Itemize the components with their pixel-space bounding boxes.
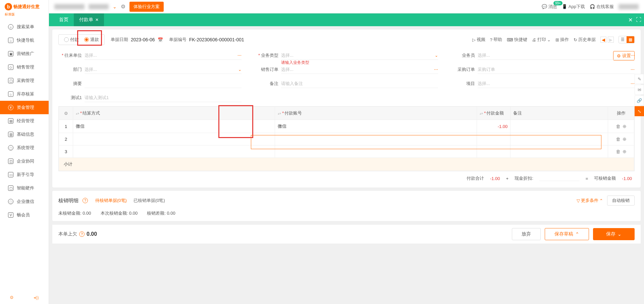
- more-conditions-link[interactable]: ▽更多条件⌃: [577, 198, 603, 204]
- prev-record-icon[interactable]: ◀: [600, 37, 606, 43]
- table-row[interactable]: 1 微信 微信 -1.00 🗑⊕: [59, 120, 634, 133]
- nav-inventory[interactable]: ⌂库存核算: [0, 87, 49, 101]
- history-link[interactable]: ↻历史单据: [574, 37, 596, 43]
- view-card-icon[interactable]: ▦: [627, 36, 634, 43]
- experience-button[interactable]: 体验行业方案: [129, 2, 164, 12]
- download-link[interactable]: 📱 App下载: [562, 4, 585, 10]
- biztype-field[interactable]: 选择...⌄请输入业务类型: [281, 51, 438, 60]
- messages-link[interactable]: 💬 消息 99+: [542, 4, 557, 10]
- sound-icon[interactable]: ◂)): [34, 295, 39, 300]
- cell-amount[interactable]: -1.00: [477, 120, 511, 133]
- nav-base[interactable]: ▥基础信息: [0, 128, 49, 141]
- tab-close-icon[interactable]: ✕: [95, 17, 99, 22]
- add-row-icon[interactable]: ⊕: [623, 124, 627, 129]
- save-draft-button[interactable]: 保存草稿⌃: [545, 228, 589, 240]
- table-row[interactable]: 3 🗑⊕: [59, 145, 634, 158]
- chevron-down-icon: ⌄: [547, 37, 551, 42]
- video-link[interactable]: ▷视频: [472, 37, 485, 43]
- partner-field[interactable]: 选择...⋯: [85, 51, 241, 60]
- bill-no-value: FK-20230606-000001-001: [189, 37, 244, 42]
- side-tool-link[interactable]: 🔗: [635, 95, 644, 105]
- nav-system[interactable]: ◌系统管理: [0, 141, 49, 155]
- tab-home[interactable]: 首页: [54, 13, 74, 26]
- operate-link[interactable]: ⊞操作: [555, 37, 569, 43]
- topbar-settings-icon[interactable]: ⚙: [121, 3, 125, 10]
- side-tool-mail[interactable]: ✉: [635, 85, 644, 95]
- warehouse-icon: ⌂: [8, 91, 13, 97]
- headset-icon: 🎧: [590, 4, 595, 9]
- sort-icon[interactable]: ▴▾: [278, 113, 281, 114]
- discard-button[interactable]: 放弃: [512, 228, 541, 240]
- info-icon[interactable]: ?: [79, 231, 85, 237]
- save-button[interactable]: 保存⌄: [593, 228, 635, 240]
- summary-field[interactable]: [85, 79, 241, 88]
- delete-row-icon[interactable]: 🗑: [616, 136, 621, 142]
- nav-wechat[interactable]: ◌企业微信: [0, 195, 49, 208]
- remark-field[interactable]: 请输入备注: [281, 79, 438, 88]
- logo: b 畅捷通好生意 标准版: [0, 0, 49, 13]
- staff-field[interactable]: 选择...⋯: [478, 51, 635, 60]
- print-link[interactable]: 🖨打印⌄: [532, 37, 551, 43]
- auto-verify-button[interactable]: 自动核销: [607, 196, 635, 206]
- test1-field[interactable]: 请输入测试1: [85, 93, 241, 102]
- chart-icon: ▤: [8, 118, 13, 124]
- dept-field[interactable]: 选择...⌄: [85, 65, 241, 74]
- form-grid: ⚙设置 *往来单位选择...⋯ *业务类型选择...⌄请输入业务类型 业务员选择…: [58, 51, 635, 102]
- add-row-icon[interactable]: ⊕: [623, 136, 627, 142]
- company-name-blurred: [54, 4, 85, 9]
- view-list-icon[interactable]: ☰: [619, 36, 627, 43]
- nav-marketing[interactable]: ▣营销推广: [0, 47, 49, 60]
- chat-icon: 💬: [542, 4, 547, 9]
- discount-input[interactable]: [539, 176, 580, 181]
- tab-done[interactable]: 已核销单据(0笔): [133, 198, 165, 204]
- fullscreen-icon[interactable]: ⛶: [636, 17, 641, 23]
- dots-icon: ⋯: [631, 81, 635, 86]
- nav-member[interactable]: V畅会员: [0, 208, 49, 222]
- cell-account[interactable]: 微信: [275, 120, 477, 133]
- radio-pay[interactable]: 付款: [61, 36, 82, 43]
- nav-sales[interactable]: ◇销售管理: [0, 60, 49, 74]
- search-icon: ⌕: [8, 24, 13, 30]
- calendar-icon[interactable]: 📅: [158, 37, 163, 42]
- next-record-icon[interactable]: ▶: [608, 37, 614, 43]
- nav-guide[interactable]: ▭新手引导: [0, 168, 49, 181]
- tab-payment[interactable]: 付款单 ✕: [74, 13, 104, 26]
- info-icon[interactable]: ?: [83, 198, 88, 203]
- home-icon: ⌂: [8, 38, 13, 43]
- nav-purchase[interactable]: ▢采购管理: [0, 74, 49, 87]
- table-row[interactable]: 2 🗑⊕: [59, 133, 634, 145]
- print-icon: 🖨: [532, 37, 536, 42]
- side-tool-expand[interactable]: ⤡: [635, 106, 644, 116]
- add-row-icon[interactable]: ⊕: [623, 149, 627, 154]
- support-link[interactable]: 🎧 在线客服: [590, 4, 614, 10]
- totals-row: 付款合计 -1.00 + 现金折扣: = 可核销金额 -1.00: [58, 171, 635, 183]
- tab-close-all-icon[interactable]: ✕: [628, 17, 633, 23]
- nav-hardware[interactable]: ▢智能硬件: [0, 181, 49, 195]
- bill-date-value[interactable]: 2023-06-06: [131, 37, 155, 42]
- nav-funds[interactable]: ¥资金管理: [0, 101, 49, 114]
- tab-pending[interactable]: 待核销单据(0笔): [95, 198, 127, 204]
- funds-icon: ¥: [8, 105, 13, 110]
- radio-refund[interactable]: 退款: [82, 36, 102, 43]
- settings-icon[interactable]: ⚙: [10, 295, 14, 300]
- sort-icon[interactable]: ▴▾: [76, 113, 79, 114]
- nav-search[interactable]: ⌕搜索菜单: [0, 20, 49, 34]
- project-field[interactable]: 选择...⋯: [478, 79, 635, 88]
- bill-no-label: 单据编号: [169, 37, 186, 43]
- sort-icon[interactable]: ▴▾: [480, 113, 483, 114]
- nav-quick[interactable]: ⌂快捷导航: [0, 34, 49, 47]
- nav-collab[interactable]: ◫企业协同: [0, 155, 49, 168]
- delete-row-icon[interactable]: 🗑: [616, 149, 621, 154]
- purorder-field[interactable]: 采购订单⋯: [478, 65, 635, 74]
- cell-method[interactable]: 微信: [73, 120, 275, 133]
- saleorder-field[interactable]: 选择...⋯: [281, 65, 438, 74]
- cell-remark[interactable]: [511, 120, 608, 133]
- shortcut-link[interactable]: ⌨快捷键: [507, 37, 527, 43]
- help-link[interactable]: ?帮助: [490, 37, 502, 43]
- nav-biz[interactable]: ▤经营管理: [0, 114, 49, 128]
- delete-row-icon[interactable]: 🗑: [616, 124, 621, 129]
- member-icon: V: [8, 212, 13, 218]
- table-gear-icon[interactable]: ⚙: [64, 111, 68, 116]
- side-tool-note[interactable]: ✎: [635, 74, 644, 84]
- org-switcher-icon[interactable]: ⌄: [113, 4, 117, 9]
